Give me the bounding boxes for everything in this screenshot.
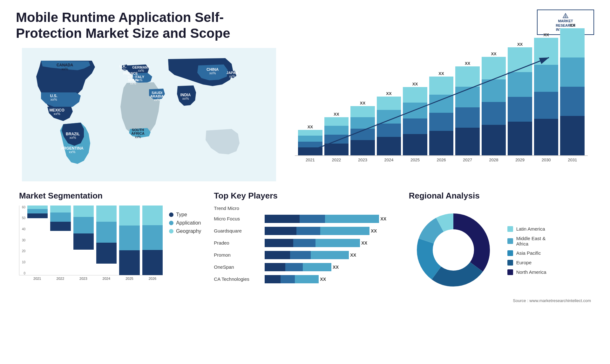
growth-year-label: 2028 xyxy=(482,158,506,162)
bar-xx-label: XX xyxy=(412,82,418,86)
player-name: Promon xyxy=(214,252,261,258)
growth-bar-segment xyxy=(534,65,559,92)
growth-year-label: 2022 xyxy=(324,158,349,162)
growth-bar-segment xyxy=(298,130,322,136)
legend-text-na: North America xyxy=(516,269,546,275)
donut-chart xyxy=(409,206,498,296)
segmentation-title: Market Segmentation xyxy=(19,191,201,201)
player-bar-segment xyxy=(300,215,325,223)
svg-text:xx%: xx% xyxy=(138,69,144,72)
seg-year-label: 2026 xyxy=(142,277,163,280)
growth-bar-segment xyxy=(429,77,454,95)
growth-bar-group: XX xyxy=(350,51,375,155)
seg-year-label: 2021 xyxy=(27,277,48,280)
growth-bar-segment xyxy=(482,102,506,125)
growth-bar-segment xyxy=(429,131,454,155)
player-bar-segment xyxy=(325,215,379,223)
donut-legend: Latin America Middle East &Africa Asia P… xyxy=(507,226,546,275)
growth-bar-segment xyxy=(429,95,454,113)
bar-xx-label: XX xyxy=(491,51,496,56)
players-title: Top Key Players xyxy=(214,191,396,201)
growth-bar-stack xyxy=(403,87,427,155)
seg-bar-segment xyxy=(73,217,94,233)
seg-bar-segment xyxy=(142,206,163,225)
svg-text:xx%: xx% xyxy=(154,98,160,102)
growth-bar-segment xyxy=(377,97,401,110)
legend-asia-pacific: Asia Pacific xyxy=(507,250,546,256)
player-bar-label: XX xyxy=(333,265,339,270)
bar-xx-label: XX xyxy=(465,61,470,66)
bar-xx-label: XX xyxy=(360,101,365,105)
page-container: Mobile Runtime Application Self-Protecti… xyxy=(0,0,610,364)
player-bar-container: XX xyxy=(265,251,356,259)
player-name: OneSpan xyxy=(214,264,261,270)
svg-text:xx%: xx% xyxy=(70,136,76,139)
player-bar-label: XX xyxy=(350,253,356,258)
growth-bar-segment xyxy=(324,144,349,155)
svg-text:xx%: xx% xyxy=(51,98,57,101)
growth-year-label: 2027 xyxy=(455,158,480,162)
growth-bar-segment xyxy=(350,117,375,129)
player-row: Trend Micro xyxy=(214,206,396,211)
growth-bar-segment xyxy=(560,87,585,116)
player-bar-container: XX xyxy=(265,239,367,247)
legend-type: Type xyxy=(169,212,201,218)
seg-year-label: 2025 xyxy=(119,277,140,280)
player-bar-label: XX xyxy=(361,240,367,246)
growth-bar-stack xyxy=(298,130,322,155)
svg-text:xx%: xx% xyxy=(54,112,60,116)
growth-bar-segment xyxy=(508,47,532,72)
growth-bar-segment xyxy=(482,79,506,102)
player-bar-segment xyxy=(265,227,296,235)
player-bar-segment xyxy=(315,239,360,247)
player-bar-segment xyxy=(285,263,303,271)
bar-xx-label: XX xyxy=(334,112,339,117)
player-bar xyxy=(265,263,331,271)
growth-bar-segment xyxy=(377,110,401,124)
growth-year-label: 2029 xyxy=(508,158,532,162)
growth-bar-group: XX xyxy=(508,51,532,155)
growth-bars-container: XXXXXXXXXXXXXXXXXXXXXX xyxy=(295,51,588,156)
seg-bar-group xyxy=(142,206,163,275)
seg-bar-group xyxy=(96,206,117,275)
player-bar-segment xyxy=(265,215,300,223)
player-bar-segment xyxy=(265,275,281,283)
world-map-svg: CANADA xx% U.S. xx% MEXICO xx% BRAZIL xx… xyxy=(16,48,282,181)
seg-bar-segment xyxy=(142,250,163,275)
growth-year-label: 2026 xyxy=(429,158,454,162)
svg-text:xx%: xx% xyxy=(182,97,189,100)
growth-bar-segment xyxy=(508,72,532,97)
svg-point-43 xyxy=(434,231,472,269)
player-bar-segment xyxy=(293,239,315,247)
player-bar-container: XX xyxy=(265,275,326,283)
legend-color-europe xyxy=(507,260,513,266)
player-row: PromonXX xyxy=(214,251,396,259)
player-name: Trend Micro xyxy=(214,206,261,211)
growth-bar-segment xyxy=(508,122,532,155)
seg-bar-group xyxy=(50,206,71,275)
seg-legend: Type Application Geography xyxy=(169,209,201,280)
growth-bar-segment xyxy=(324,135,349,144)
player-bar-segment xyxy=(311,251,349,259)
seg-year-labels: 202120222023202420252026 xyxy=(19,277,163,280)
seg-bar-group xyxy=(119,206,139,275)
growth-year-label: 2024 xyxy=(377,158,401,162)
growth-bar-segment xyxy=(350,106,375,118)
seg-bar-segment xyxy=(50,222,71,231)
seg-bar-group xyxy=(27,206,48,275)
donut-svg xyxy=(409,206,498,294)
seg-year-label: 2023 xyxy=(73,277,94,280)
growth-bar-segment xyxy=(508,97,532,122)
segmentation-chart: 60 50 40 30 20 10 0 20212022202320242025… xyxy=(19,206,163,280)
growth-bar-stack xyxy=(534,38,559,155)
seg-bars: 60 50 40 30 20 10 0 xyxy=(19,206,163,275)
regional-section: Regional Analysis xyxy=(406,188,594,306)
seg-bar-segment xyxy=(73,233,94,250)
svg-text:xx%: xx% xyxy=(209,71,216,75)
player-bar-segment xyxy=(265,263,285,271)
legend-color-na xyxy=(507,269,513,275)
seg-year-label: 2024 xyxy=(96,277,117,280)
seg-bar-segment xyxy=(27,206,48,209)
growth-bar-segment xyxy=(298,136,322,141)
svg-text:xx%: xx% xyxy=(62,67,68,71)
